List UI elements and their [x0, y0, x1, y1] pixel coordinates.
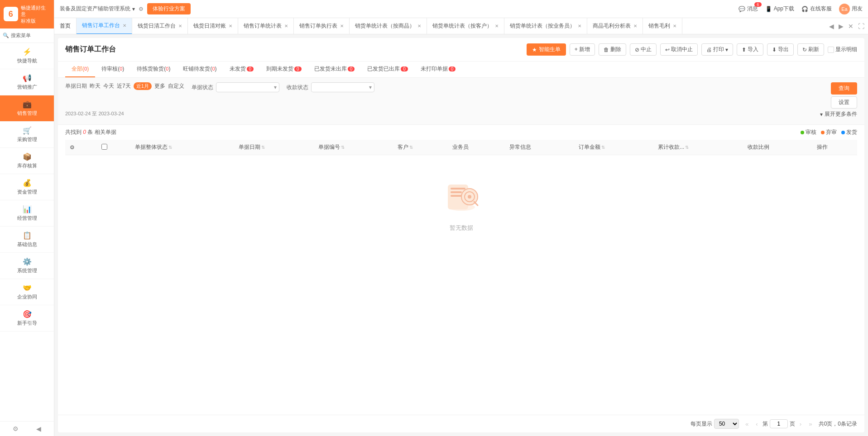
date-link-yesterday[interactable]: 昨天 [90, 82, 101, 90]
user-menu[interactable]: Ea 用友 [839, 4, 863, 14]
status-select[interactable] [216, 82, 279, 92]
batch-cancel-button[interactable]: 弃审 [821, 128, 837, 136]
refresh-button[interactable]: ↻ 刷新 [797, 43, 824, 56]
prev-page-button[interactable]: ‹ [753, 420, 760, 428]
tab-sales-order-workspace[interactable]: 销售订单工作台✕ [77, 18, 132, 34]
collapse-sidebar-icon[interactable]: ◀ [36, 425, 41, 432]
th-date[interactable]: 单据日期⇅ [234, 140, 313, 155]
import-button[interactable]: ⬆ 导入 [737, 43, 763, 56]
tab-cash-daily[interactable]: 钱货日清工作台✕ [132, 18, 188, 34]
tab-close-sales-stats[interactable]: ✕ [284, 24, 288, 28]
date-link-last7[interactable]: 近7天 [117, 82, 131, 90]
message-action[interactable]: 💬 消息 6 [739, 5, 758, 13]
table-toolbar: 共找到 0 条 相关单据 审核 弃审 发货 [58, 125, 864, 140]
sidebar-item-system[interactable]: ⚙️系统管理 [0, 253, 54, 279]
tabs-next-button[interactable]: ▶ [837, 22, 845, 31]
th-collected[interactable]: 累计收款...⇅ [653, 140, 743, 155]
sidebar-item-operations[interactable]: 📊经营管理 [0, 200, 54, 227]
tab-close-sales-customer-stats[interactable]: ✕ [495, 24, 499, 28]
sub-tab-not-shipped[interactable]: 未发货0 [223, 62, 260, 77]
expand-filter-button[interactable]: ▾ 展开更多条件 [820, 110, 857, 118]
topbar-settings-icon[interactable]: ⚙ [139, 6, 144, 12]
tab-close-cash-daily[interactable]: ✕ [178, 24, 182, 28]
date-link-more[interactable]: 更多 [154, 82, 165, 90]
tab-close-margin-analysis[interactable]: ✕ [633, 24, 637, 28]
sidebar-item-guide[interactable]: 🎯新手引导 [0, 305, 54, 332]
tab-sales-stats[interactable]: 销售订单统计表✕ [238, 18, 294, 34]
tab-close-sales-product-stats[interactable]: ✕ [417, 24, 421, 28]
next-page-button[interactable]: › [797, 420, 804, 428]
sidebar-item-enterprise[interactable]: 🤝企业协同 [0, 279, 54, 305]
batch-review-button[interactable]: 审核 [801, 128, 816, 136]
show-details-checkbox[interactable]: 显示明细 [828, 46, 857, 53]
select-all-checkbox[interactable] [101, 144, 107, 150]
sub-tab-pending-inspect[interactable]: 待拣货验货(0) [130, 62, 177, 77]
print-button[interactable]: 🖨 打印 ▾ [701, 43, 733, 56]
tab-sales-staff-stats[interactable]: 销货单统计表（按业务员）✕ [504, 18, 587, 34]
tab-close-sales-more[interactable]: ✕ [673, 24, 676, 28]
sidebar-item-inventory[interactable]: 📦库存核算 [0, 148, 54, 174]
tab-sales-product-stats[interactable]: 销货单统计表（按商品）✕ [350, 18, 427, 34]
smart-gen-button[interactable]: ★ 智能生单 [527, 43, 566, 56]
sub-tab-pending-review[interactable]: 待审核(0) [95, 62, 130, 77]
query-button[interactable]: 查询 [831, 82, 857, 95]
settings-button[interactable]: 设置 [831, 96, 857, 109]
sidebar-item-finance[interactable]: 💰资金管理 [0, 174, 54, 200]
sub-tab-not-printed[interactable]: 未打印单据0 [414, 62, 462, 77]
date-link-custom[interactable]: 自定义 [168, 82, 184, 90]
cancel-stop-button[interactable]: ↩ 取消中止 [660, 43, 698, 56]
add-button[interactable]: + 新增 [570, 43, 595, 56]
app-download-action[interactable]: 📱 App下载 [765, 5, 794, 13]
industry-solution-button[interactable]: 体验行业方案 [147, 3, 191, 14]
sub-tab-shipped-out[interactable]: 已发货已出库0 [361, 62, 414, 77]
delete-button[interactable]: 🗑 删除 [599, 43, 626, 56]
online-service-action[interactable]: 🎧 在线客服 [801, 5, 832, 13]
sidebar-search[interactable]: 🔍 搜索菜单 [0, 28, 54, 43]
th-status[interactable]: 单据整体状态⇅ [130, 140, 234, 155]
sort-icon-collected: ⇅ [685, 145, 689, 150]
tabs-prev-button[interactable]: ◀ [827, 22, 836, 31]
th-code[interactable]: 单据编号⇅ [314, 140, 393, 155]
tab-sales-customer-stats[interactable]: 销货单统计表（按客户）✕ [427, 18, 504, 34]
export-button[interactable]: ⬇ 导出 [767, 43, 794, 56]
column-settings-icon[interactable]: ⚙ [70, 144, 75, 151]
headset-icon: 🎧 [801, 6, 808, 12]
page-size-select[interactable]: 50 10 20 100 [714, 419, 739, 429]
th-amount[interactable]: 订单金额⇅ [574, 140, 653, 155]
tab-label-sales-customer-stats: 销货单统计表（按客户） [432, 22, 492, 30]
sidebar-item-basic[interactable]: 📋基础信息 [0, 227, 54, 253]
tab-label-sales-product-stats: 销货单统计表（按商品） [355, 22, 415, 30]
sub-tab-all[interactable]: 全部(0) [65, 62, 95, 77]
tab-sales-more[interactable]: 销售毛利✕ [643, 18, 682, 34]
date-link-today[interactable]: 今天 [103, 82, 114, 90]
sub-tab-overdue-not-shipped[interactable]: 到期未发货0 [260, 62, 308, 77]
tab-home[interactable]: 首页 [54, 18, 77, 34]
tab-close-sales-staff-stats[interactable]: ✕ [578, 24, 581, 28]
page-size-selector: 每页显示 50 10 20 100 [691, 419, 739, 429]
sidebar-item-marketing[interactable]: 📢营销推广 [0, 69, 54, 95]
first-page-button[interactable]: « [743, 420, 751, 428]
print-icon: 🖨 [706, 47, 712, 53]
tab-close-sales-exec[interactable]: ✕ [340, 24, 344, 28]
tab-cash-reconcile[interactable]: 钱货日清对账✕ [188, 18, 238, 34]
sidebar-item-sales[interactable]: 💼销售管理 [0, 95, 54, 122]
sidebar-item-quick-nav[interactable]: ⚡快捷导航 [0, 43, 54, 69]
tab-sales-exec[interactable]: 销售订单执行表✕ [294, 18, 350, 34]
tabs-close-all-button[interactable]: ✕ [846, 22, 855, 31]
stop-button[interactable]: ⊘ 中止 [630, 43, 657, 56]
sub-tab-wangpu-pending-ship[interactable]: 旺铺待发货(0) [177, 62, 223, 77]
system-title-dropdown[interactable]: 装备及固定资产辅助管理系统 ▾ [60, 5, 135, 13]
th-customer[interactable]: 客户⇅ [393, 140, 448, 155]
sub-tab-shipped-not-out[interactable]: 已发货未出库0 [308, 62, 361, 77]
last-page-button[interactable]: » [806, 420, 815, 428]
tabs-fullscreen-button[interactable]: ⛶ [856, 22, 866, 31]
page-number-input[interactable] [770, 419, 788, 428]
batch-ship-button[interactable]: 发货 [841, 128, 857, 136]
payment-select[interactable] [311, 82, 374, 92]
tab-margin-analysis[interactable]: 商品毛利分析表✕ [587, 18, 643, 34]
date-link-last1m[interactable]: 近1月 [134, 82, 152, 90]
settings-footer-icon[interactable]: ⚙ [13, 425, 19, 432]
tab-close-cash-reconcile[interactable]: ✕ [229, 24, 232, 28]
tab-close-sales-order-workspace[interactable]: ✕ [123, 23, 126, 28]
sidebar-item-purchase[interactable]: 🛒采购管理 [0, 122, 54, 148]
